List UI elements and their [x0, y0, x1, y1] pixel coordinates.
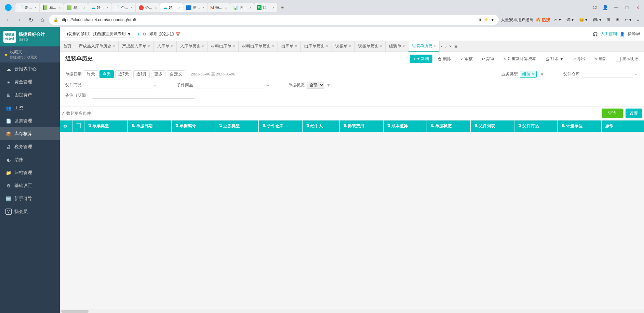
sidebar-item-inventory[interactable]: 📦 库存核算	[0, 127, 60, 140]
sidebar-item-guide[interactable]: 🆕 新手引导	[0, 192, 60, 205]
page-tab-home[interactable]: 首页	[60, 41, 75, 52]
recalc-button[interactable]: ↻ C 重新计算成本	[500, 55, 540, 63]
sidebar-item-cloud-report[interactable]: ☁ 云报表中心	[0, 62, 60, 75]
sidebar-item-fund[interactable]: ◈ 资金管理	[0, 75, 60, 88]
browser-tab-5[interactable]: 📄 个... ×	[111, 3, 135, 12]
dropdown-arrow[interactable]: ▼	[491, 17, 495, 22]
tab-close-10[interactable]: ×	[249, 6, 251, 10]
material-out-close[interactable]: ×	[233, 44, 235, 48]
company-selector[interactable]: (勿删勿禁用）江西服宝测试专用 ▼	[64, 30, 134, 38]
home-button[interactable]: ⌂	[38, 15, 47, 25]
page-tab-kit-history[interactable]: 组装单历史 ×	[408, 41, 440, 52]
parent-goods-more[interactable]: ···	[154, 83, 158, 88]
scissors-icon-btn[interactable]: ✂ ▾	[552, 17, 563, 23]
child-goods-input[interactable]	[195, 82, 264, 88]
tab-close-11[interactable]: ×	[272, 6, 274, 10]
out-order-close[interactable]: ×	[295, 44, 297, 48]
in-order-close[interactable]: ×	[171, 44, 173, 48]
last1m-btn[interactable]: 近1月	[133, 70, 150, 78]
emoji-icon-btn[interactable]: 😊 ▾	[577, 17, 589, 23]
remarks-input[interactable]	[92, 92, 194, 99]
discard-button[interactable]: ↩ 弃审	[478, 55, 498, 63]
kit-history-close[interactable]: ×	[434, 44, 436, 48]
tab-close-8[interactable]: ×	[202, 6, 204, 10]
tab-count-badge[interactable]: 12	[591, 4, 599, 11]
sidebar-item-invoice[interactable]: 📄 发票管理	[0, 114, 60, 127]
assemble-history-close[interactable]: ×	[380, 44, 382, 48]
export-button[interactable]: ↗ 导出	[569, 55, 589, 63]
page-tab-in-order[interactable]: 入库单 ×	[154, 41, 177, 52]
new-button[interactable]: + + 新增	[410, 55, 432, 63]
delete-button[interactable]: 🗑 删除	[434, 55, 455, 63]
browser-tab-11[interactable]: S 目... ×	[254, 3, 277, 12]
browser-tab-4[interactable]: ☁ 好... ×	[88, 3, 111, 12]
page-tab-assemble-history[interactable]: 调拨单历史 ×	[355, 41, 386, 52]
browser-tab-0[interactable]	[1, 3, 15, 12]
tab-close-5[interactable]: ×	[131, 6, 133, 10]
child-goods-more[interactable]: ···	[266, 83, 269, 88]
tab-close-6[interactable]: ×	[155, 6, 157, 10]
parent-warehouse-more[interactable]: ···	[635, 72, 639, 77]
print-button[interactable]: 🖨 打印 ▼	[542, 55, 567, 63]
page-tab-kit[interactable]: 组装单 ×	[386, 41, 408, 52]
sidebar-item-member[interactable]: V 畅会员	[0, 205, 60, 218]
scrollbar-area[interactable]	[60, 309, 644, 313]
browser-tab-9[interactable]: M 畅... ×	[207, 3, 230, 12]
sidebar-item-tax[interactable]: 🖨 税务管理	[0, 140, 60, 153]
sidebar-item-archive[interactable]: 📁 归档管理	[0, 166, 60, 179]
display-detail-checkbox[interactable]	[616, 57, 621, 61]
yesterday-btn[interactable]: 昨天	[84, 70, 98, 78]
page-tab-material-out[interactable]: 材料出库单 ×	[207, 41, 239, 52]
page-tab-material-out-history[interactable]: 材料出库单历史 ×	[239, 41, 278, 52]
custom-btn[interactable]: 自定义	[167, 70, 185, 78]
out-history-close[interactable]: ×	[326, 44, 328, 48]
close-button[interactable]: ×	[633, 3, 643, 12]
lightning-icon[interactable]: ⚡	[483, 17, 488, 22]
profile-icon-btn[interactable]: 👤	[600, 3, 610, 12]
today-btn[interactable]: 今天	[99, 70, 114, 78]
page-tab-scroll-right[interactable]: ›	[444, 44, 448, 49]
kit-close[interactable]: ×	[403, 44, 405, 48]
order-status-select[interactable]: 全部	[307, 82, 324, 89]
refresh-button[interactable]: ↻ 刷新	[591, 55, 610, 63]
undo-icon-btn[interactable]: ↩ ▾	[623, 17, 633, 23]
browser-tab-1[interactable]: 📄 新... ×	[15, 3, 39, 12]
page-tab-close-all[interactable]: ×	[448, 44, 453, 49]
scrollbar-thumb[interactable]	[61, 310, 89, 313]
approve-button[interactable]: ✓ 审核	[457, 55, 476, 63]
sidebar-item-fixed-assets[interactable]: ⊞ 固定资产	[0, 88, 60, 101]
new-tab-button[interactable]: +	[278, 3, 287, 12]
last7-btn[interactable]: 近7天	[115, 70, 132, 78]
minimize-button[interactable]: ─	[611, 3, 621, 12]
page-tab-in-history[interactable]: 入库单历史 ×	[177, 41, 208, 52]
browser-tab-3[interactable]: 📗 易... ×	[64, 3, 88, 12]
material-out-history-close[interactable]: ×	[272, 44, 274, 48]
apps-icon[interactable]: ⠿	[478, 17, 481, 22]
select-all-checkbox[interactable]	[76, 123, 81, 128]
sidebar-item-settings[interactable]: ⚙ 基础设置	[0, 179, 60, 192]
back-button[interactable]: ‹	[3, 15, 12, 25]
menu-icon-btn[interactable]: ≡	[635, 17, 641, 23]
tab-close-7[interactable]: ×	[178, 6, 180, 10]
maximize-button[interactable]: □	[622, 3, 632, 12]
sun-icon-btn[interactable]: ☀	[614, 17, 621, 23]
tab-close-2[interactable]: ×	[59, 6, 61, 10]
refresh-button[interactable]: ↻	[26, 15, 36, 25]
company-settings-btn[interactable]: ⚙	[143, 32, 147, 37]
biz-type-tag-close[interactable]: ×	[532, 72, 534, 77]
tab-close-9[interactable]: ×	[225, 6, 227, 10]
page-tab-scroll-left[interactable]: ‹	[440, 44, 444, 49]
browser-tab-8[interactable]: 🟦 腾... ×	[183, 3, 207, 12]
browser-tab-2[interactable]: 📗 易... ×	[40, 3, 64, 12]
sidebar-item-settlement[interactable]: ◐ 结账	[0, 153, 60, 166]
parent-goods-input[interactable]	[84, 82, 152, 88]
more-btn[interactable]: 更多	[151, 70, 165, 78]
page-tab-prod-in[interactable]: 产成品入库单 ×	[119, 41, 154, 52]
grid-icon-btn[interactable]: ⊞	[605, 17, 612, 23]
service-label[interactable]: 人工咨询	[601, 31, 617, 37]
tab-close-1[interactable]: ×	[35, 6, 37, 10]
in-history-close[interactable]: ×	[202, 44, 204, 48]
page-tab-out-order[interactable]: 出库单 ×	[278, 41, 301, 52]
prod-in-history-close[interactable]: ×	[113, 44, 115, 48]
parent-warehouse-input[interactable]	[582, 71, 633, 77]
